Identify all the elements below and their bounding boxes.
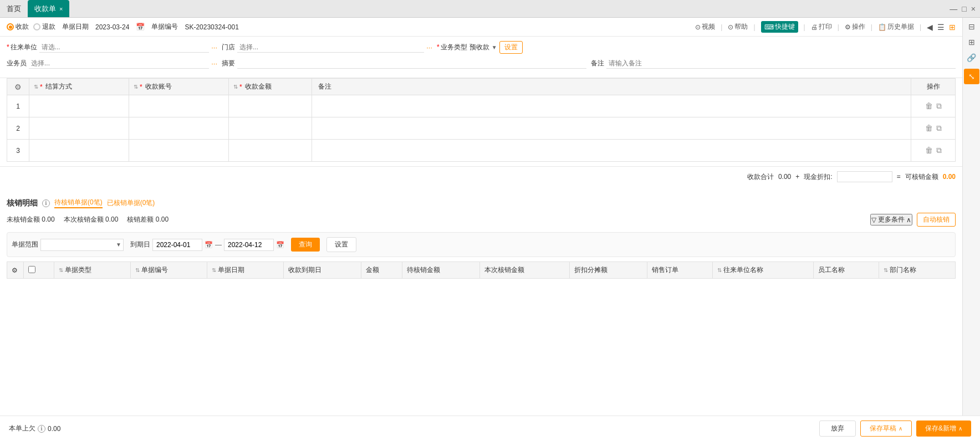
- history-btn[interactable]: 📋 历史单据: [878, 22, 914, 32]
- sort-account-icon[interactable]: ⇅: [134, 84, 138, 90]
- sort-dept-icon[interactable]: ⇅: [884, 267, 888, 273]
- filter-row: 单据范围 ▼ 到期日 📅 — 📅 查询 设置: [7, 232, 956, 257]
- staff-ellipsis-icon[interactable]: ···: [211, 59, 217, 68]
- tab-bar: 首页 收款单 × — □ ×: [0, 0, 980, 18]
- staff-label: 业务员: [7, 59, 27, 68]
- save-draft-button[interactable]: 保存草稿 ∧: [860, 421, 912, 437]
- staff-field: 业务员 ···: [7, 58, 217, 69]
- sidebar-layout-icon[interactable]: ⊞: [968, 38, 975, 47]
- tab-collection[interactable]: 收款单 ×: [28, 0, 69, 17]
- select-all-checkbox[interactable]: [28, 266, 35, 273]
- form-row-2: 业务员 ··· 摘要 备注: [7, 58, 956, 69]
- shortcut-btn[interactable]: ⌨ 快捷键: [761, 21, 798, 33]
- row-num-1: 1: [7, 95, 29, 117]
- date-to-input[interactable]: [224, 239, 274, 251]
- copy-row-3-icon[interactable]: ⧉: [936, 146, 942, 155]
- auto-recon-btn[interactable]: 自动核销: [917, 213, 956, 227]
- row-amount-2[interactable]: [229, 117, 312, 140]
- layout-grid-icon[interactable]: ⊞: [949, 23, 956, 32]
- carry-info-icon[interactable]: ℹ: [38, 425, 45, 433]
- calendar-from-icon[interactable]: 📅: [205, 241, 213, 249]
- help-btn[interactable]: ⊙ 帮助: [728, 22, 748, 32]
- table-gear-icon[interactable]: ⚙: [14, 83, 22, 91]
- discount-input[interactable]: [837, 171, 892, 182]
- partner-input[interactable]: [39, 42, 209, 53]
- business-type-dropdown-icon[interactable]: ▼: [492, 44, 497, 50]
- row-settle-1[interactable]: [29, 95, 129, 117]
- print-btn[interactable]: 🖨 打印: [811, 22, 832, 32]
- bottom-actions: 放弃 保存草稿 ∧ 保存&新增 ∧: [819, 421, 971, 437]
- row-remark-3[interactable]: [312, 140, 911, 162]
- col-dept-name: ⇅ 部门名称: [879, 262, 955, 279]
- business-type-label: *业务类型: [437, 43, 467, 52]
- sidebar-expand-icon[interactable]: ⤡: [964, 69, 979, 84]
- save-new-button[interactable]: 保存&新增 ∧: [916, 421, 971, 437]
- number-value: SK-20230324-001: [185, 23, 238, 31]
- sidebar-link-icon[interactable]: 🔗: [967, 53, 976, 62]
- row-amount-1[interactable]: [229, 95, 312, 117]
- shop-input[interactable]: [237, 42, 424, 53]
- sidebar-table-icon[interactable]: ⊟: [968, 22, 975, 31]
- plus-sign: +: [795, 173, 799, 181]
- copy-row-2-icon[interactable]: ⧉: [936, 124, 942, 133]
- recon-title: 核销明细: [7, 198, 38, 208]
- calendar-to-icon[interactable]: 📅: [276, 241, 284, 249]
- delete-row-2-icon[interactable]: 🗑: [925, 124, 933, 133]
- partner-field: *往来单位 ···: [7, 42, 217, 53]
- col-staff-name: 员工名称: [813, 262, 879, 279]
- maximize-icon[interactable]: □: [962, 4, 966, 13]
- done-tab[interactable]: 已核销单据(0笔): [107, 198, 155, 208]
- video-btn[interactable]: ⊙ 视频: [695, 22, 715, 32]
- shop-ellipsis-icon[interactable]: ···: [426, 43, 432, 52]
- gear-recon-icon[interactable]: ⚙: [12, 266, 18, 274]
- recon-diff-value: 0.00: [156, 216, 169, 223]
- sort-doc-type-icon[interactable]: ⇅: [59, 267, 63, 273]
- operations-label: 操作: [852, 22, 865, 32]
- row-remark-2[interactable]: [312, 117, 911, 140]
- radio-refund[interactable]: 退款: [33, 22, 55, 32]
- more-conditions-btn[interactable]: ▽ 更多条件 ∧: [870, 214, 912, 225]
- minimize-icon[interactable]: —: [950, 4, 957, 13]
- row-settle-3[interactable]: [29, 140, 129, 162]
- delete-row-1-icon[interactable]: 🗑: [925, 101, 933, 111]
- gear-col: ⚙: [7, 79, 29, 95]
- radio-collection[interactable]: 收款: [7, 22, 29, 32]
- range-select[interactable]: [40, 239, 124, 251]
- abandon-button[interactable]: 放弃: [819, 421, 856, 437]
- sort-partner-icon[interactable]: ⇅: [717, 267, 722, 273]
- row-account-3[interactable]: [129, 140, 229, 162]
- layout-prev-icon[interactable]: ◀: [927, 23, 933, 32]
- partner-ellipsis-icon[interactable]: ···: [211, 43, 217, 52]
- remark-input[interactable]: [606, 58, 956, 69]
- summary-input[interactable]: [237, 58, 586, 69]
- sort-doc-num-icon[interactable]: ⇅: [135, 267, 140, 273]
- row-account-1[interactable]: [129, 95, 229, 117]
- copy-row-1-icon[interactable]: ⧉: [936, 101, 942, 111]
- history-icon: 📋: [878, 23, 886, 31]
- row-remark-1[interactable]: [312, 95, 911, 117]
- settings-button[interactable]: 设置: [499, 41, 523, 54]
- sort-settle-icon[interactable]: ⇅: [34, 84, 38, 90]
- pending-tab[interactable]: 待核销单据(0笔): [54, 198, 103, 208]
- date-from-input[interactable]: [152, 239, 202, 251]
- row-account-2[interactable]: [129, 117, 229, 140]
- recon-info-icon[interactable]: ℹ: [42, 199, 50, 207]
- radio-refund-circle: [33, 23, 40, 30]
- tab-home[interactable]: 首页: [0, 0, 28, 17]
- business-type-field: *业务类型 预收款 ▼ 设置: [437, 41, 956, 54]
- filter-settings-button[interactable]: 设置: [326, 237, 356, 252]
- operations-btn[interactable]: ⚙ 操作: [845, 22, 865, 32]
- radio-collection-label: 收款: [16, 22, 29, 32]
- query-button[interactable]: 查询: [291, 238, 320, 252]
- row-settle-2[interactable]: [29, 117, 129, 140]
- row-amount-3[interactable]: [229, 140, 312, 162]
- number-label: 单据编号: [151, 22, 178, 32]
- delete-row-3-icon[interactable]: 🗑: [925, 146, 933, 155]
- layout-list-icon[interactable]: ☰: [937, 23, 945, 32]
- sort-amount-icon[interactable]: ⇅: [233, 84, 238, 90]
- close-icon[interactable]: ×: [971, 4, 976, 13]
- tab-close-icon[interactable]: ×: [59, 6, 63, 12]
- staff-input[interactable]: [29, 58, 209, 69]
- calendar-icon[interactable]: 📅: [136, 23, 145, 31]
- sort-doc-date-icon[interactable]: ⇅: [212, 267, 216, 273]
